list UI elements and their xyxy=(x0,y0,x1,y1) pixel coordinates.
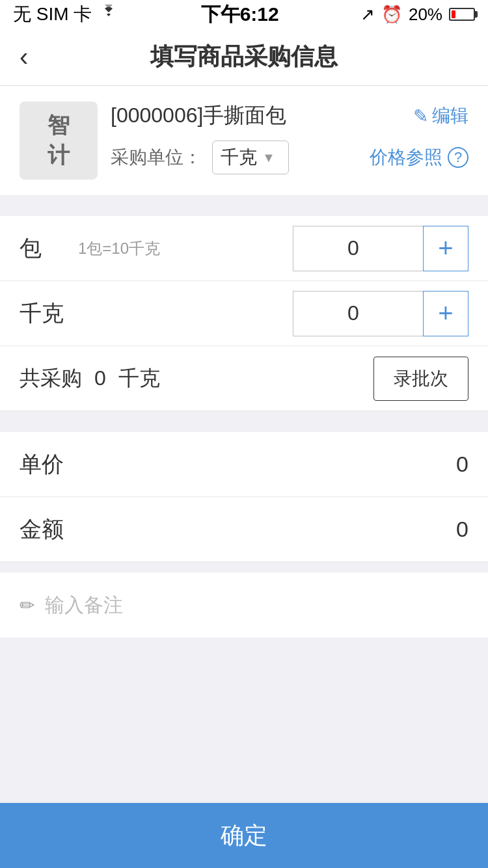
unit-price-value: 0 xyxy=(456,452,468,477)
product-name: [0000006]手撕面包 xyxy=(111,102,286,130)
bag-plus-button[interactable]: + xyxy=(423,226,468,271)
product-image: 智 计 xyxy=(20,102,98,180)
kg-input-row: 千克 + xyxy=(0,281,488,346)
page-title: 填写商品采购信息 xyxy=(150,41,338,73)
unit-price-row: 单价 0 xyxy=(0,432,488,497)
confirm-button[interactable]: 确定 xyxy=(0,803,488,868)
edit-icon: ✎ xyxy=(413,105,428,127)
time-label: 下午6:12 xyxy=(201,1,279,28)
bag-label: 包 xyxy=(20,234,72,264)
remarks-section[interactable]: ✏ 输入备注 xyxy=(0,573,488,638)
product-card: 智 计 [0000006]手撕面包 ✎ 编辑 采购单位： 千克 ▼ 价格参照 xyxy=(0,86,488,195)
bag-controls: + xyxy=(293,226,468,271)
chevron-down-icon: ▼ xyxy=(262,150,275,165)
total-row: 共采购 0 千克 录批次 xyxy=(0,346,488,411)
battery-percent: 20% xyxy=(409,5,442,25)
kg-plus-button[interactable]: + xyxy=(423,291,468,336)
price-section: 单价 0 金额 0 xyxy=(0,432,488,562)
amount-row: 金额 0 xyxy=(0,497,488,562)
amount-value: 0 xyxy=(456,517,468,542)
status-left: 无 SIM 卡 xyxy=(13,2,119,27)
product-info: [0000006]手撕面包 ✎ 编辑 采购单位： 千克 ▼ 价格参照 ? xyxy=(111,102,468,174)
nav-bar: ‹ 填写商品采购信息 xyxy=(0,29,488,86)
total-section: 共采购 0 千克 录批次 xyxy=(0,346,488,411)
unit-label: 采购单位： xyxy=(111,145,202,170)
kg-quantity-input[interactable] xyxy=(293,291,423,336)
total-label: 共采购 0 千克 xyxy=(20,364,160,393)
status-right: ↗ ⏰ 20% xyxy=(360,5,475,25)
pencil-icon: ✏ xyxy=(20,595,34,616)
back-button[interactable]: ‹ xyxy=(13,36,34,78)
unit-select[interactable]: 千克 ▼ xyxy=(212,141,289,174)
price-reference-button[interactable]: 价格参照 ? xyxy=(370,145,468,170)
unit-value: 千克 xyxy=(221,145,257,170)
remarks-placeholder: 输入备注 xyxy=(45,592,123,619)
input-section: 包 1包=10千克 + 千克 + xyxy=(0,216,488,346)
info-icon: ? xyxy=(448,147,468,168)
amount-label: 金额 xyxy=(20,515,64,545)
wifi-icon xyxy=(98,4,119,25)
product-logo: 智 计 xyxy=(47,111,70,170)
kg-controls: + xyxy=(293,291,468,336)
record-batch-button[interactable]: 录批次 xyxy=(373,357,468,401)
kg-label: 千克 xyxy=(20,299,72,329)
divider-2 xyxy=(0,422,488,432)
purchase-unit-row: 采购单位： 千克 ▼ 价格参照 ? xyxy=(111,141,468,174)
location-icon: ↗ xyxy=(360,5,375,25)
bag-input-row: 包 1包=10千克 + xyxy=(0,216,488,281)
alarm-icon: ⏰ xyxy=(381,5,402,25)
edit-button[interactable]: ✎ 编辑 xyxy=(413,103,468,128)
product-top-row: [0000006]手撕面包 ✎ 编辑 xyxy=(111,102,468,130)
bag-quantity-input[interactable] xyxy=(293,226,423,271)
carrier-label: 无 SIM 卡 xyxy=(13,2,92,27)
status-bar: 无 SIM 卡 下午6:12 ↗ ⏰ 20% xyxy=(0,0,488,29)
divider-1 xyxy=(0,206,488,216)
battery-icon xyxy=(449,8,475,21)
bag-sublabel: 1包=10千克 xyxy=(78,238,293,259)
unit-price-label: 单价 xyxy=(20,450,64,480)
price-ref-label: 价格参照 xyxy=(370,145,442,170)
